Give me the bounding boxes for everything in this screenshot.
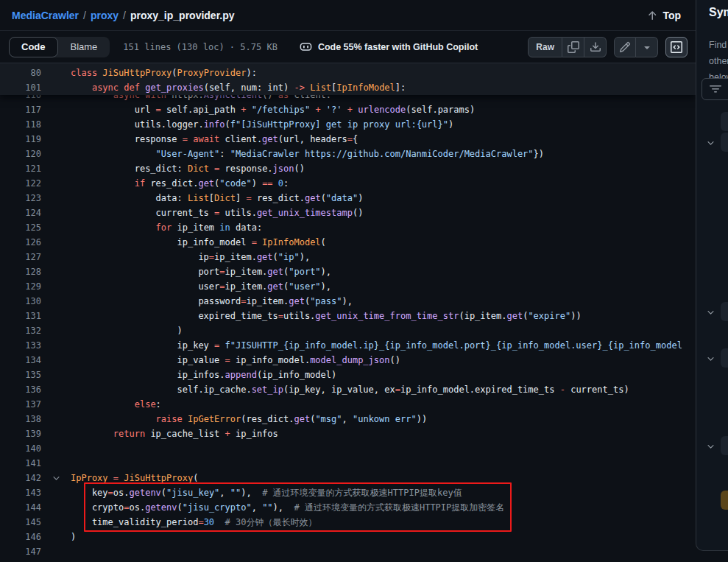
code-text: key=os.getenv("jisu_key", ""), # 通过环境变量的… xyxy=(71,485,462,500)
breadcrumb-separator: / xyxy=(83,10,86,21)
code-text: password=ip_item.get("pass"), xyxy=(71,294,353,309)
code-line-128: 128 port=ip_item.get("port"), xyxy=(0,264,696,279)
file-actions: Raw xyxy=(528,37,688,57)
symbol-pill[interactable] xyxy=(721,133,728,152)
code-text: data: List[Dict] = res_dict.get("data") xyxy=(71,191,363,206)
symbols-filter-button[interactable] xyxy=(702,78,728,100)
code-text: ) xyxy=(71,323,183,338)
copy-raw-button[interactable] xyxy=(562,37,584,57)
line-number[interactable]: 138 xyxy=(0,412,41,426)
back-to-top-button[interactable]: Top xyxy=(646,10,681,21)
edit-dropdown-button[interactable] xyxy=(636,37,658,57)
symbol-item[interactable] xyxy=(696,491,728,510)
code-line-124: 124 current_ts = utils.get_unix_timestam… xyxy=(0,206,696,220)
chevron-down-icon[interactable] xyxy=(706,138,715,151)
line-number[interactable]: 133 xyxy=(0,338,41,353)
line-number[interactable]: 143 xyxy=(0,485,41,500)
code-text: "User-Agent": "MediaCrawler https://gith… xyxy=(71,147,544,161)
symbol-item[interactable] xyxy=(696,133,728,152)
breadcrumb-repo-link[interactable]: MediaCrawler xyxy=(12,10,79,21)
symbol-pill[interactable] xyxy=(721,302,728,321)
chevron-down-icon[interactable] xyxy=(706,307,715,320)
line-number[interactable]: 126 xyxy=(0,235,41,250)
code-line-133: 133 ip_key = f"JISUHTTP_{ip_info_model.i… xyxy=(0,338,696,353)
code-line-145: 145 time_validity_period=30 # 30分钟（最长时效） xyxy=(0,515,696,530)
line-number[interactable]: 131 xyxy=(0,309,41,323)
line-number[interactable]: 134 xyxy=(0,353,41,368)
fold-toggle-chevron-icon[interactable] xyxy=(41,471,71,485)
chevron-down-icon[interactable] xyxy=(706,441,715,454)
breadcrumb-folder-link[interactable]: proxy xyxy=(91,10,119,21)
line-gutter xyxy=(41,426,71,441)
line-number[interactable]: 144 xyxy=(0,500,41,515)
copilot-banner[interactable]: Code 55% faster with GitHub Copilot xyxy=(300,41,478,53)
line-number[interactable]: 120 xyxy=(0,147,41,161)
line-gutter xyxy=(41,66,71,80)
file-toolbar: Code Blame 151 lines (130 loc) · 5.75 KB… xyxy=(0,31,696,63)
code-line-126: 126 ip_info_model = IpInfoModel( xyxy=(0,235,696,250)
line-number[interactable]: 123 xyxy=(0,191,41,206)
code-line-120: 120 "User-Agent": "MediaCrawler https://… xyxy=(0,147,696,161)
line-number[interactable]: 135 xyxy=(0,368,41,382)
raw-button[interactable]: Raw xyxy=(528,37,562,57)
chevron-down-icon[interactable] xyxy=(706,354,715,367)
line-gutter xyxy=(41,117,71,132)
line-number[interactable]: 118 xyxy=(0,117,41,132)
line-number[interactable]: 121 xyxy=(0,161,41,176)
line-number[interactable]: 117 xyxy=(0,102,41,117)
line-number[interactable]: 125 xyxy=(0,220,41,235)
symbol-pill[interactable] xyxy=(721,348,728,368)
file-meta: 151 lines (130 loc) · 5.75 KB xyxy=(123,42,278,52)
code-text: else: xyxy=(71,397,161,412)
line-number[interactable]: 132 xyxy=(0,323,41,338)
tab-code[interactable]: Code xyxy=(9,37,58,57)
symbol-item[interactable] xyxy=(696,302,728,321)
line-number[interactable]: 136 xyxy=(0,382,41,397)
line-number[interactable]: 142 xyxy=(0,471,41,485)
line-gutter xyxy=(41,397,71,412)
line-number[interactable]: 127 xyxy=(0,250,41,264)
symbol-item[interactable] xyxy=(696,112,728,131)
edit-button[interactable] xyxy=(614,37,636,57)
symbols-panel-body: Symbols Find definitions and references … xyxy=(696,0,728,551)
code-line-144: 144 crypto=os.getenv("jisu_crypto", ""),… xyxy=(0,500,696,515)
line-number[interactable]: 122 xyxy=(0,176,41,191)
line-number[interactable]: 147 xyxy=(0,544,41,559)
code-text: current_ts = utils.get_unix_timestamp() xyxy=(71,206,363,220)
download-button[interactable] xyxy=(584,37,607,57)
copilot-text: Code 55% faster with GitHub Copilot xyxy=(318,42,478,52)
filter-icon xyxy=(710,83,721,95)
line-gutter xyxy=(41,102,71,117)
line-number[interactable]: 130 xyxy=(0,294,41,309)
symbols-panel-toggle[interactable] xyxy=(665,37,688,57)
line-number[interactable]: 140 xyxy=(0,441,41,456)
line-number[interactable]: 146 xyxy=(0,530,41,544)
line-number[interactable]: 137 xyxy=(0,397,41,412)
code-text: ip_key = f"JISUHTTP_{ip_info_model.ip}_{… xyxy=(71,338,682,353)
line-gutter xyxy=(41,544,71,559)
line-number[interactable]: 129 xyxy=(0,279,41,294)
symbol-pill-highlighted[interactable] xyxy=(721,491,728,510)
line-number[interactable]: 101 xyxy=(0,80,41,95)
line-number[interactable]: 145 xyxy=(0,515,41,530)
symbol-pill[interactable] xyxy=(721,436,728,455)
edit-actions-group xyxy=(614,37,658,57)
line-gutter xyxy=(41,456,71,471)
symbols-heading: Symbols xyxy=(709,6,728,19)
line-gutter xyxy=(41,235,71,250)
symbol-pill[interactable] xyxy=(721,112,728,131)
code-text: ip=ip_item.get("ip"), xyxy=(71,250,310,264)
code-line-132: 132 ) xyxy=(0,323,696,338)
tab-blame[interactable]: Blame xyxy=(58,37,110,57)
code-text: utils.logger.info(f"[JiSuHttpProxy] get … xyxy=(71,117,453,132)
line-number[interactable]: 141 xyxy=(0,456,41,471)
code-line-80: 80class JiSuHttpProxy(ProxyProvider): xyxy=(0,66,696,80)
line-number[interactable]: 80 xyxy=(0,66,41,80)
line-gutter xyxy=(41,132,71,147)
symbol-item[interactable] xyxy=(696,436,728,455)
line-number[interactable]: 119 xyxy=(0,132,41,147)
line-number[interactable]: 139 xyxy=(0,426,41,441)
symbol-item[interactable] xyxy=(696,348,728,368)
line-number[interactable]: 128 xyxy=(0,264,41,279)
line-number[interactable]: 124 xyxy=(0,206,41,220)
